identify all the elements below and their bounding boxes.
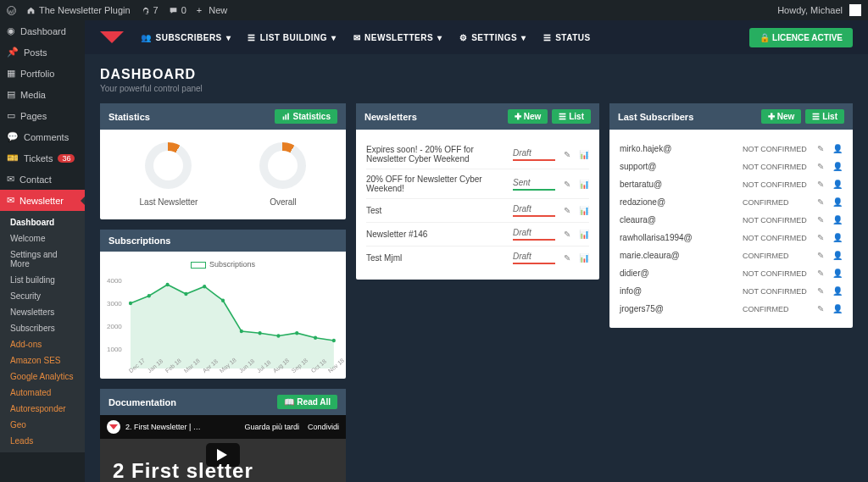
plugin-nav-status[interactable]: ☰STATUS [543,33,591,42]
subscriber-email: rawhollarisa1994@ [620,233,743,242]
share-label[interactable]: Condividi [308,423,339,431]
user-icon[interactable]: 👤 [832,304,843,313]
user-icon[interactable]: 👤 [832,233,843,242]
wp-admin-bar: The Newsletter Plugin 7 0 +New Howdy, Mi… [0,0,868,20]
licence-active-button[interactable]: 🔒 LICENCE ACTIVE [749,28,853,47]
user-icon[interactable]: 👤 [832,180,843,189]
subscriber-status: NOT CONFIRMED [743,145,817,153]
statistics-button[interactable]: Statistics [275,109,337,124]
wp-submenu-security[interactable]: Security [0,288,85,304]
edit-icon[interactable]: ✎ [817,144,824,153]
user-icon[interactable]: 👤 [832,197,843,207]
plugin-nav-newsletters[interactable]: ✉NEWSLETTERS ▾ [353,33,442,42]
edit-icon[interactable]: ✎ [817,180,824,189]
subscribers-list-button[interactable]: ☰ List [805,109,844,124]
updates-link[interactable]: 7 [141,5,159,15]
video-overlay-text: 2 First sletter [113,459,253,482]
newsletter-status: Sent [513,178,555,191]
nav-icon: ⚙ [459,33,468,42]
user-icon[interactable]: 👤 [832,269,843,278]
stats-icon[interactable]: 📊 [579,253,589,263]
stats-icon[interactable]: 📊 [579,150,589,159]
wp-submenu-automated[interactable]: Automated [0,385,85,401]
stats-icon[interactable]: 📊 [579,230,589,239]
watch-later-label[interactable]: Guarda più tardi [244,423,299,431]
site-home-link[interactable]: The Newsletter Plugin [26,5,131,15]
edit-icon[interactable]: ✎ [564,206,570,215]
plugin-nav-subscribers[interactable]: 👥SUBSCRIBERS ▾ [141,33,231,42]
chevron-down-icon: ▾ [226,33,231,42]
plugin-nav-list-building[interactable]: ☰LIST BUILDING ▾ [248,33,336,42]
plugin-logo-icon [100,31,124,43]
documentation-video[interactable]: 2. First Newsletter | … Guarda più tardi… [100,415,346,482]
read-all-button[interactable]: 📖 Read All [277,395,337,409]
svg-rect-2 [285,114,287,119]
wp-menu-newsletter[interactable]: ✉Newsletter [0,190,85,211]
subscriber-row: mirko.hajek@NOT CONFIRMED✎👤 [620,140,843,158]
wp-menu-comments[interactable]: 💬Comments [0,126,85,147]
wp-submenu-add-ons[interactable]: Add-ons [0,336,85,352]
subscriber-row: cleaura@NOT CONFIRMED✎👤 [620,211,843,229]
plugin-nav-settings[interactable]: ⚙SETTINGS ▾ [459,33,526,42]
subscriber-email: marie.cleaura@ [620,251,743,260]
edit-icon[interactable]: ✎ [817,269,824,278]
stats-icon[interactable]: 📊 [579,206,589,215]
edit-icon[interactable]: ✎ [817,162,824,171]
wp-submenu-autoresponder[interactable]: Autoresponder [0,401,85,417]
edit-icon[interactable]: ✎ [564,180,570,189]
subscriber-status: NOT CONFIRMED [743,163,817,171]
wp-menu-tickets[interactable]: 🎫Tickets36 [0,147,85,169]
edit-icon[interactable]: ✎ [564,253,570,263]
user-icon[interactable]: 👤 [832,286,843,296]
wp-submenu-newsletters[interactable]: Newsletters [0,304,85,320]
statistics-header: Statistics [108,112,150,122]
edit-icon[interactable]: ✎ [817,304,824,313]
user-icon[interactable]: 👤 [832,215,843,224]
newsletters-list-button[interactable]: ☰ List [552,109,591,124]
subscriptions-panel: Subscriptions Subscriptions 400030002000… [100,230,346,379]
edit-icon[interactable]: ✎ [817,233,824,242]
svg-point-12 [276,334,280,337]
wp-submenu-settings-and-more[interactable]: Settings and More [0,247,85,272]
overall-donut [259,142,306,189]
portfolio-icon: ▦ [7,68,15,79]
newsletter-title: Expires soon! - 20% OFF for Newsletter C… [366,145,513,163]
wp-submenu-leads[interactable]: Leads [0,433,85,449]
new-content-link[interactable]: +New [197,5,227,15]
stats-icon[interactable]: 📊 [579,180,589,189]
user-icon[interactable]: 👤 [832,162,843,171]
user-icon[interactable]: 👤 [832,144,843,153]
wp-submenu-list-building[interactable]: List building [0,272,85,288]
svg-point-13 [295,331,298,335]
user-icon[interactable]: 👤 [832,251,843,260]
edit-icon[interactable]: ✎ [817,251,824,260]
wp-menu-posts[interactable]: 📌Posts [0,42,85,63]
wp-logo[interactable] [7,6,16,15]
edit-icon[interactable]: ✎ [817,215,824,224]
newsletters-new-button[interactable]: ✚ New [508,109,548,124]
subscribers-new-button[interactable]: ✚ New [761,109,802,124]
edit-icon[interactable]: ✎ [817,197,824,207]
wp-menu-contact[interactable]: ✉Contact [0,169,85,190]
wp-submenu-dashboard[interactable]: Dashboard [0,214,85,230]
wp-submenu-welcome[interactable]: Welcome [0,230,85,247]
subscriptions-chart [108,275,337,368]
subscriber-status: CONFIRMED [743,198,817,207]
edit-icon[interactable]: ✎ [817,286,824,296]
howdy-user[interactable]: Howdy, Michael [777,4,861,16]
wp-menu-pages[interactable]: ▭Pages [0,105,85,126]
wp-submenu-subscribers[interactable]: Subscribers [0,320,85,336]
subscriber-email: mirko.hajek@ [620,144,743,153]
newsletter-row: Expires soon! - 20% OFF for Newsletter C… [366,140,589,169]
edit-icon[interactable]: ✎ [564,150,570,159]
wp-submenu-geo[interactable]: Geo [0,417,85,433]
wp-menu-dashboard[interactable]: ◉Dashboard [0,20,85,42]
wp-menu-portfolio[interactable]: ▦Portfolio [0,63,85,84]
subscriber-status: NOT CONFIRMED [743,180,817,189]
wp-menu-media[interactable]: ▤Media [0,84,85,105]
comments-link[interactable]: 0 [169,5,186,15]
edit-icon[interactable]: ✎ [564,230,570,239]
wp-submenu-amazon-ses[interactable]: Amazon SES [0,352,85,368]
svg-point-6 [166,283,170,286]
wp-submenu-google-analytics[interactable]: Google Analytics [0,368,85,385]
